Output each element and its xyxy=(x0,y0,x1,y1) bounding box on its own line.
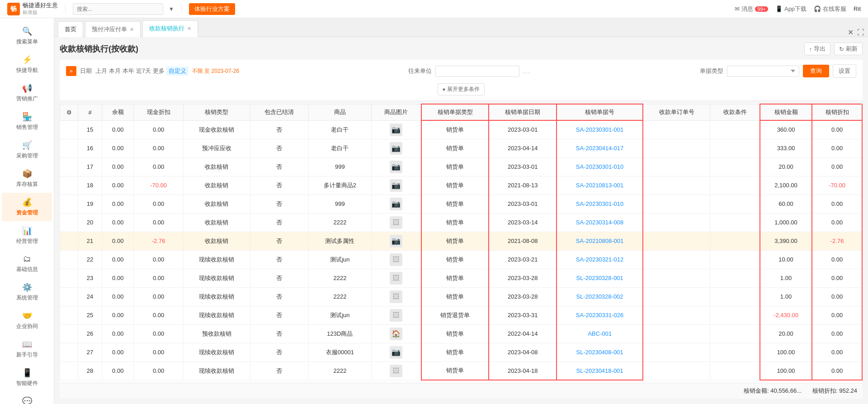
cell-write-off-type: 现金收款核销 xyxy=(183,120,250,139)
filter-expand-button[interactable]: » xyxy=(66,66,76,76)
tab-close-all-button[interactable]: ✕ xyxy=(848,28,854,37)
tab-home-label: 首页 xyxy=(65,25,76,33)
cell-doc-no[interactable]: SA-20230314-008 xyxy=(557,213,643,232)
cell-collection-order xyxy=(643,250,710,269)
sidebar-item-hardware[interactable]: 📱 智能硬件 xyxy=(0,363,54,392)
cell-doc-no[interactable]: SL-20230328-001 xyxy=(557,269,643,287)
cell-write-off-amount: 1,000.00 xyxy=(760,213,812,232)
cell-index: 23 xyxy=(78,269,102,287)
cell-include-settled: 否 xyxy=(250,139,308,157)
cell-cash-discount: 0.00 xyxy=(134,250,183,269)
cell-product-img: 🏠 xyxy=(372,324,421,343)
footer-discount-total: 核销折扣: 952.24 xyxy=(812,387,857,395)
cell-write-off-amount: 2,100.00 xyxy=(760,176,812,195)
sidebar-item-marketing[interactable]: 📢 营销推广 xyxy=(0,79,54,107)
topbar-divider-1 xyxy=(65,5,66,14)
tab-collection[interactable]: 收款核销执行 ✕ xyxy=(142,20,198,37)
expand-more-button[interactable]: ▾ 展开更多条件 xyxy=(438,83,485,95)
table-row: 19 0.00 0.00 收款核销 否 999 📷 销货单 2023-03-01… xyxy=(60,195,863,213)
cell-index: 18 xyxy=(78,176,102,195)
export-button[interactable]: ↑ 导出 xyxy=(804,43,831,55)
tab-expand-button[interactable]: ⛶ xyxy=(857,29,864,37)
sidebar-item-basic[interactable]: 🗂 基础信息 xyxy=(0,250,54,278)
tab-prepay[interactable]: 预付冲应付单 ✕ xyxy=(85,21,141,37)
sidebar-item-search[interactable]: 🔍 搜索菜单 xyxy=(0,22,54,50)
cell-doc-no[interactable]: SA-20210808-001 xyxy=(557,232,643,250)
col-include-settled-header: 包含已结清 xyxy=(250,104,308,120)
date-last-month[interactable]: 上月 xyxy=(95,67,107,75)
sidebar-item-wechat[interactable]: 💬 企业微信 xyxy=(0,392,54,404)
col-cash-discount-header: 现金折扣 xyxy=(134,104,183,120)
cell-doc-no[interactable]: ABC-001 xyxy=(557,324,643,343)
cell-product-img: 📷 xyxy=(372,232,421,250)
cell-write-off-type: 现续收款核销 xyxy=(183,269,250,287)
online-service-label: 在线客服 xyxy=(823,5,846,13)
cell-index: 19 xyxy=(78,195,102,213)
cell-doc-no[interactable]: SA-20230321-012 xyxy=(557,250,643,269)
cell-write-off-amount: 20.00 xyxy=(760,157,812,176)
sidebar-item-inventory[interactable]: 📦 库存核算 xyxy=(0,164,54,193)
cell-collection-order xyxy=(643,213,710,232)
basic-icon: 🗂 xyxy=(23,254,31,264)
cell-write-off-type: 收款核销 xyxy=(183,195,250,213)
date-custom[interactable]: 自定义 xyxy=(166,67,189,76)
refresh-button[interactable]: ↻ 刷新 xyxy=(834,43,863,55)
sidebar-item-guide[interactable]: 📖 新手引导 xyxy=(0,335,54,363)
topbar-dropdown[interactable]: ▼ xyxy=(169,6,174,12)
cell-product-img: 🖼 xyxy=(372,361,421,380)
cell-write-off-discount: -2.76 xyxy=(812,232,862,250)
tab-collection-close[interactable]: ✕ xyxy=(187,26,191,32)
cell-include-settled: 否 xyxy=(250,250,308,269)
app-logo: 畅 畅捷通好生意 标准版 xyxy=(7,2,58,16)
top-search-input[interactable] xyxy=(73,3,163,15)
industry-plan-button[interactable]: 体验行业方案 xyxy=(189,3,235,15)
sidebar-item-purchase[interactable]: 🛒 采购管理 xyxy=(0,136,54,164)
table-row: 23 0.00 0.00 现续收款核销 否 2222 🖼 销货单 2023-03… xyxy=(60,269,863,287)
cell-cash-discount: 0.00 xyxy=(134,324,183,343)
tab-home[interactable]: 首页 xyxy=(58,21,83,37)
cell-write-off-type: 收款核销 xyxy=(183,232,250,250)
message-button[interactable]: ✉ 消息 99+ xyxy=(735,5,768,13)
table-scroll[interactable]: ⚙ # 余额 现金折扣 核销类型 包含已结清 商品 商品图片 核销单据类型 核销… xyxy=(60,104,863,383)
cell-collection-terms xyxy=(710,139,760,157)
order-type-select[interactable] xyxy=(727,66,799,77)
col-settings-header[interactable]: ⚙ xyxy=(60,104,78,120)
sidebar-item-enterprise[interactable]: 🤝 企业协同 xyxy=(0,306,54,335)
from-unit-input[interactable] xyxy=(435,66,519,77)
cell-include-settled: 否 xyxy=(250,361,308,380)
setting-button[interactable]: 设置 xyxy=(833,64,856,78)
cell-doc-no[interactable]: SA-20230301-010 xyxy=(557,195,643,213)
cell-doc-no[interactable]: SL-20230408-001 xyxy=(557,343,643,361)
query-button[interactable]: 查询 xyxy=(803,65,829,77)
date-7days[interactable]: 近7天 xyxy=(136,67,151,75)
cell-doc-no[interactable]: SL-20230328-002 xyxy=(557,287,643,306)
sidebar-item-sales[interactable]: 🏪 销售管理 xyxy=(0,107,54,136)
cell-write-off-discount: 0.00 xyxy=(812,269,862,287)
sidebar-item-shortcut[interactable]: ⚡ 快捷导航 xyxy=(0,50,54,79)
app-download-button[interactable]: 📱 App下载 xyxy=(775,5,807,13)
service-icon: 🎧 xyxy=(814,5,821,12)
cell-doc-no[interactable]: SL-20230418-001 xyxy=(557,361,643,380)
cell-doc-no[interactable]: SA-20230301-001 xyxy=(557,120,643,139)
tab-prepay-close[interactable]: ✕ xyxy=(130,27,134,33)
cell-doc-no[interactable]: SA-20230414-017 xyxy=(557,139,643,157)
sidebar-item-finance[interactable]: 💰 资金管理 xyxy=(2,193,52,221)
wechat-icon: 💬 xyxy=(22,396,32,404)
cell-write-off-amount: 20.00 xyxy=(760,324,812,343)
cell-doc-type: 销货单 xyxy=(421,250,489,269)
user-profile[interactable]: Rit xyxy=(854,5,861,12)
date-more[interactable]: 更多 xyxy=(153,67,165,75)
cell-cash-discount: 0.00 xyxy=(134,213,183,232)
cell-write-off-discount: 0.00 xyxy=(812,157,862,176)
cell-doc-no[interactable]: SA-20230331-026 xyxy=(557,306,643,324)
cell-doc-no[interactable]: SA-20210813-001 xyxy=(557,176,643,195)
online-service-button[interactable]: 🎧 在线客服 xyxy=(814,5,846,13)
cell-index: 27 xyxy=(78,343,102,361)
date-this-year[interactable]: 本年 xyxy=(123,67,134,75)
date-this-month[interactable]: 本月 xyxy=(109,67,121,75)
sidebar-item-operation[interactable]: 📊 经营管理 xyxy=(0,221,54,250)
sidebar-item-system[interactable]: ⚙️ 系统管理 xyxy=(0,278,54,306)
cell-doc-no[interactable]: SA-20230301-010 xyxy=(557,157,643,176)
cell-cash-discount: 0.00 xyxy=(134,287,183,306)
table-row: 18 0.00 -70.00 收款核销 否 多计量商品2 📷 销货单 2021-… xyxy=(60,176,863,195)
